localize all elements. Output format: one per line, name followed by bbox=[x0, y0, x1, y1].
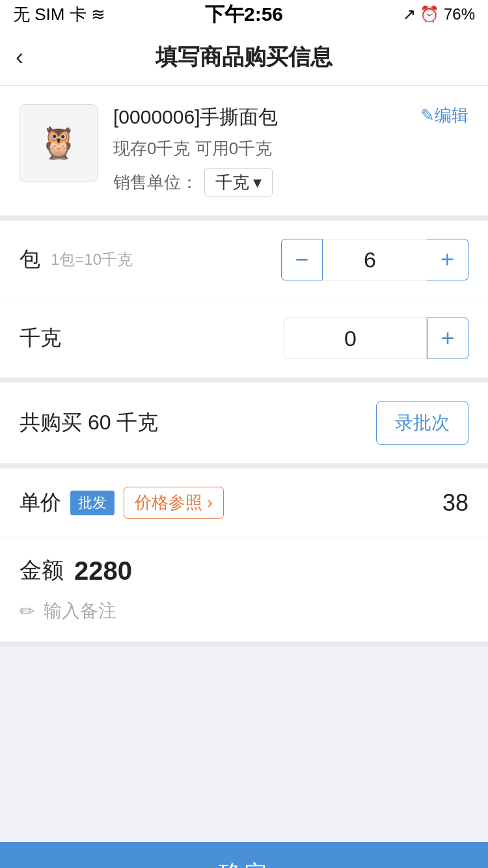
batch-button[interactable]: 录批次 bbox=[376, 401, 468, 445]
edit-button[interactable]: ✎编辑 bbox=[420, 104, 468, 127]
remark-placeholder: 输入备注 bbox=[44, 599, 116, 623]
price-label-row: 单价 批发 价格参照 › bbox=[20, 487, 224, 519]
summary-text: 共购买 60 千克 bbox=[20, 409, 158, 437]
summary-section: 共购买 60 千克 录批次 bbox=[0, 383, 488, 468]
quantity-row-bao: 包 1包=10千克 − + bbox=[20, 221, 468, 299]
empty-area bbox=[0, 647, 488, 842]
quantity-section-bao: 包 1包=10千克 − + bbox=[0, 221, 488, 299]
bao-minus-button[interactable]: − bbox=[281, 239, 323, 280]
product-info: [0000006]手撕面包 ✎编辑 现存0千克 可用0千克 销售单位： 千克 ▾ bbox=[113, 104, 468, 197]
unit-label: 销售单位： bbox=[113, 171, 198, 194]
kg-label: 千克 bbox=[20, 324, 61, 353]
amount-label: 金额 bbox=[20, 556, 64, 586]
status-left: 无 SIM 卡 ≋ bbox=[13, 3, 105, 26]
unit-value: 千克 bbox=[215, 171, 249, 194]
batch-tag: 批发 bbox=[70, 491, 115, 515]
kg-quantity-control: + bbox=[284, 318, 468, 359]
remark-row[interactable]: ✏ 输入备注 bbox=[20, 599, 468, 623]
page-title: 填写商品购买信息 bbox=[156, 42, 332, 72]
bao-quantity-control: − + bbox=[281, 239, 468, 280]
amount-row: 金额 2280 bbox=[20, 556, 468, 586]
product-name: [0000006]手撕面包 bbox=[113, 104, 420, 131]
status-right: ↗ ⏰ 76% bbox=[403, 5, 475, 23]
nav-bar: ‹ 填写商品购买信息 bbox=[0, 29, 488, 86]
product-image: 🦉 bbox=[20, 104, 98, 182]
bao-quantity-input[interactable] bbox=[323, 239, 427, 280]
kg-label-text: 千克 bbox=[20, 324, 61, 353]
price-ref-button[interactable]: 价格参照 › bbox=[124, 487, 224, 519]
status-icons: ↗ ⏰ 76% bbox=[403, 5, 475, 23]
product-card: 🦉 [0000006]手撕面包 ✎编辑 现存0千克 可用0千克 销售单位： 千克… bbox=[0, 86, 488, 221]
dropdown-arrow-icon: ▾ bbox=[253, 172, 262, 193]
confirm-button[interactable]: 确定 bbox=[0, 842, 488, 868]
quantity-row-kg: 千克 + bbox=[20, 299, 468, 377]
product-unit-row: 销售单位： 千克 ▾ bbox=[113, 168, 468, 197]
product-name-row: [0000006]手撕面包 ✎编辑 bbox=[113, 104, 468, 131]
kg-quantity-input[interactable] bbox=[284, 318, 427, 359]
bao-hint: 1包=10千克 bbox=[51, 249, 133, 270]
bao-label: 包 1包=10千克 bbox=[20, 245, 133, 274]
product-logo: 🦉 bbox=[39, 125, 78, 161]
product-stock: 现存0千克 可用0千克 bbox=[113, 137, 468, 160]
amount-value: 2280 bbox=[74, 556, 132, 586]
quantity-section-kg: 千克 + bbox=[0, 299, 488, 383]
price-value: 38 bbox=[442, 489, 468, 517]
pencil-icon: ✏ bbox=[20, 601, 34, 622]
status-time: 下午2:56 bbox=[205, 1, 283, 28]
sim-signal: 无 SIM 卡 ≋ bbox=[13, 3, 105, 26]
amount-section: 金额 2280 ✏ 输入备注 bbox=[0, 537, 488, 647]
bao-plus-button[interactable]: + bbox=[427, 239, 468, 280]
kg-plus-button[interactable]: + bbox=[427, 318, 468, 359]
price-section: 单价 批发 价格参照 › 38 bbox=[0, 468, 488, 537]
status-bar: 无 SIM 卡 ≋ 下午2:56 ↗ ⏰ 76% bbox=[0, 0, 488, 29]
bao-label-text: 包 bbox=[20, 245, 40, 274]
back-button[interactable]: ‹ bbox=[16, 44, 23, 71]
unit-dropdown[interactable]: 千克 ▾ bbox=[204, 168, 273, 197]
price-label: 单价 bbox=[20, 489, 61, 517]
